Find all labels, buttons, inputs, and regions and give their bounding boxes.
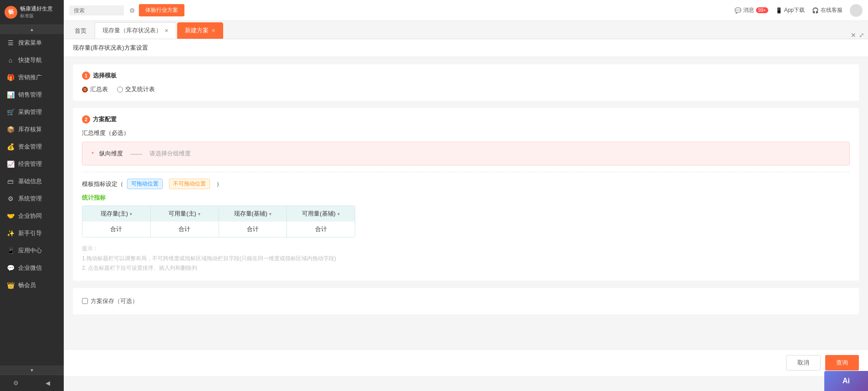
stats-body-row: 合计 合计 合计 合计	[82, 221, 355, 237]
save-option-text: 方案保存（可选）	[91, 297, 138, 305]
sidebar-footer-settings[interactable]: ⚙	[0, 375, 32, 391]
ai-button-label: Ai	[842, 377, 850, 385]
sidebar-logo: 畅 畅康通好生意 标准版	[0, 0, 64, 25]
tips-section: 提示： 1.拖动标题栏可以调整布局，不可跨维度或指标区域拖动栏目字段(只能在同一…	[82, 244, 850, 273]
sidebar-item-label: 资金管理	[18, 143, 42, 151]
sidebar-item-label: 基础信息	[18, 177, 42, 185]
tab-inventory-close[interactable]: ✕	[164, 28, 168, 34]
save-option-label[interactable]: 方案保存（可选）	[82, 293, 850, 310]
customer-service-button[interactable]: 🎧 在线客服	[812, 6, 842, 14]
stats-col1-header[interactable]: 现存量(主) ▾	[82, 206, 151, 221]
stats-table: 现存量(主) ▾ 可用量(主) ▾ 现存量(基辅) ▾	[82, 206, 355, 237]
system-icon: ⚙	[6, 195, 15, 202]
step1-title: 1 选择模板	[82, 72, 850, 80]
radio-cross[interactable]: 交叉统计表	[117, 85, 155, 93]
step2-section: 2 方案配置 汇总维度（必选） * 纵向维度 —— 请选择分组维度	[73, 108, 859, 281]
dimension-label: 纵向维度	[99, 149, 123, 158]
tab-home[interactable]: 首页	[67, 23, 94, 39]
sidebar-item-marketing[interactable]: 🎁 营销推广	[0, 69, 64, 86]
handshake-icon: 🤝	[6, 212, 15, 220]
expand-window-icon[interactable]: ⤢	[859, 31, 864, 39]
sidebar-item-app-center[interactable]: 📱 应用中心	[0, 242, 64, 259]
sidebar-item-inventory[interactable]: 📦 库存核算	[0, 121, 64, 138]
col2-chevron-icon: ▾	[198, 211, 200, 216]
sidebar-item-vip[interactable]: 👑 畅会员	[0, 277, 64, 294]
chart-icon: 📊	[6, 91, 15, 98]
stats-header-row: 现存量(主) ▾ 可用量(主) ▾ 现存量(基辅) ▾	[82, 206, 355, 221]
sidebar-item-system[interactable]: ⚙ 系统管理	[0, 190, 64, 207]
sidebar-item-cooperation[interactable]: 🤝 企业协同	[0, 207, 64, 225]
sidebar-scroll-down[interactable]: ▼	[0, 365, 64, 375]
sidebar-item-wechat[interactable]: 💬 企业微信	[0, 259, 64, 277]
stats-col4-header[interactable]: 可用量(基辅) ▾	[287, 206, 355, 221]
sidebar-nav: ☰ 搜索菜单 ⌂ 快捷导航 🎁 营销推广 📊 销售管理 🛒 采购管理 📦 库存核…	[0, 34, 64, 365]
search-input[interactable]	[69, 5, 124, 15]
stats-col3-header[interactable]: 现存量(基辅) ▾	[219, 206, 287, 221]
radio-summary[interactable]: 汇总表	[82, 85, 108, 93]
radio-cross-input[interactable]	[117, 87, 123, 93]
indicator-settings-label: 模板指标设定（ 可拖动位置 不可拖动位置 ）	[82, 179, 850, 189]
stats-col3-value: 合计	[219, 221, 287, 237]
stats-section: 统计指标 现存量(主) ▾ 可用量(主) ▾	[82, 194, 850, 237]
sidebar-item-basic[interactable]: 🗃 基础信息	[0, 173, 64, 190]
col4-chevron-icon: ▾	[337, 211, 340, 216]
sidebar-item-purchase[interactable]: 🛒 采购管理	[0, 103, 64, 121]
topbar: ⚙ 体验行业方案 💬 消息 99+ 📱 App下载 🎧 在线客服	[64, 0, 868, 21]
user-avatar[interactable]	[850, 4, 863, 17]
star-icon: ✨	[6, 230, 15, 237]
stats-col2-label: 可用量(主)	[168, 210, 196, 218]
logo-text-block: 畅康通好生意 标准版	[20, 5, 53, 19]
panel-title: 现存量(库存状况表)方案设置	[73, 44, 148, 51]
sidebar-item-quick-nav[interactable]: ⌂ 快捷导航	[0, 51, 64, 69]
radio-cross-label: 交叉统计表	[125, 85, 155, 93]
sidebar-footer-collapse[interactable]: ◀	[32, 375, 64, 391]
close-window-icon[interactable]: ✕	[851, 31, 856, 39]
step2-badge: 2	[82, 115, 90, 123]
sidebar-scroll-up[interactable]: ▲	[0, 25, 64, 34]
stats-col1-label: 现存量(主)	[101, 210, 128, 218]
experience-button[interactable]: 体验行业方案	[139, 4, 184, 16]
logo-app-name: 畅康通好生意	[20, 5, 53, 13]
search-menu-icon: ☰	[6, 39, 15, 46]
content-area: 现存量(库存状况表)方案设置 1 选择模板 汇总表 交叉统计表	[64, 39, 868, 391]
app-download-button[interactable]: 📱 App下载	[776, 6, 805, 14]
sidebar-item-search-menu[interactable]: ☰ 搜索菜单	[0, 34, 64, 51]
sidebar-item-label: 新手引导	[18, 229, 42, 237]
query-button[interactable]: 查询	[825, 355, 859, 370]
sidebar-item-newbie[interactable]: ✨ 新手引导	[0, 225, 64, 242]
sidebar-item-label: 企业微信	[18, 264, 42, 272]
sidebar-item-label: 搜索菜单	[18, 39, 42, 47]
chip-draggable: 可拖动位置	[127, 179, 163, 189]
save-checkbox[interactable]	[82, 298, 88, 304]
gear-icon[interactable]: ⚙	[129, 7, 135, 14]
sidebar-item-operations[interactable]: 📈 经营管理	[0, 155, 64, 173]
required-star: *	[92, 150, 94, 157]
chip-end: ）	[216, 180, 222, 188]
messages-button[interactable]: 💬 消息 99+	[735, 6, 768, 14]
tab-new-scheme[interactable]: 新建方案 ✕	[177, 22, 223, 39]
dimension-dash: ——	[130, 150, 142, 157]
sidebar-item-finance[interactable]: 💰 资金管理	[0, 138, 64, 155]
radio-summary-label: 汇总表	[90, 85, 108, 93]
tab-new-scheme-close[interactable]: ✕	[211, 28, 215, 34]
stats-col2-header[interactable]: 可用量(主) ▾	[151, 206, 219, 221]
ai-button[interactable]: Ai	[824, 371, 868, 391]
cancel-button[interactable]: 取消	[786, 355, 821, 370]
dimension-placeholder[interactable]: 请选择分组维度	[149, 149, 191, 158]
sidebar-item-sales[interactable]: 📊 销售管理	[0, 86, 64, 103]
sidebar-item-label: 畅会员	[18, 281, 36, 289]
sidebar-item-label: 库存核算	[18, 125, 42, 134]
tab-home-label: 首页	[75, 27, 87, 35]
panel-body: 1 选择模板 汇总表 交叉统计表 2	[64, 57, 868, 349]
messages-badge: 99+	[756, 7, 768, 13]
tab-inventory-status[interactable]: 现存量（库存状况表） ✕	[95, 22, 176, 39]
template-radio-group: 汇总表 交叉统计表	[82, 85, 850, 93]
stats-label: 统计指标	[82, 194, 850, 202]
chat-icon: 💬	[6, 264, 15, 272]
messages-label: 消息	[743, 6, 754, 14]
indicator-label-text: 模板指标设定（	[82, 180, 123, 188]
sidebar-footer: ⚙ ◀	[0, 375, 64, 391]
radio-summary-input[interactable]	[82, 87, 88, 93]
stats-col1-value: 合计	[82, 221, 151, 237]
message-icon: 💬	[735, 7, 741, 14]
